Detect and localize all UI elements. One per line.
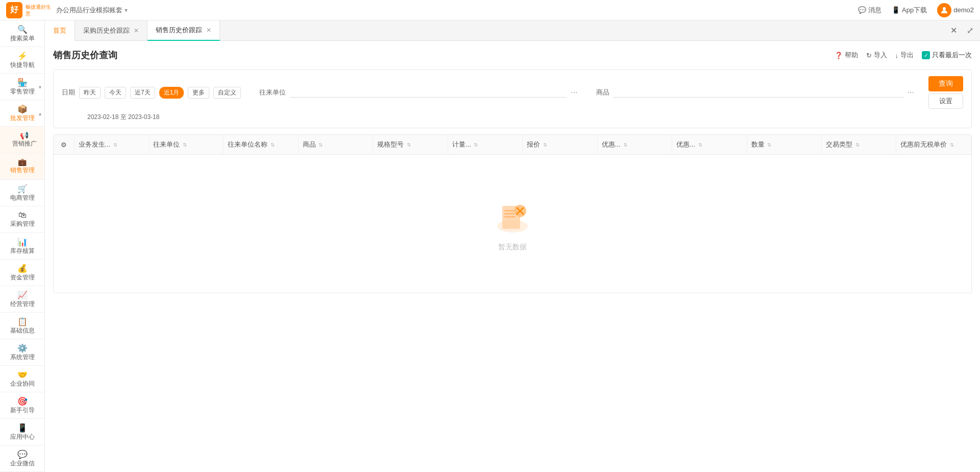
message-label: 消息 (868, 6, 881, 15)
partner-filter-group: 往来单位 ··· (259, 87, 577, 98)
sidebar-item-operations-mgmt[interactable]: 📈 经营管理 (0, 286, 44, 313)
partner-filter-input[interactable] (290, 87, 567, 98)
close-purchase-history-tab[interactable]: ✕ (134, 28, 139, 34)
message-icon: 💬 (858, 6, 866, 14)
sidebar-item-search-menu[interactable]: 🔍 搜索菜单 (0, 20, 44, 47)
page-header: 销售历史价查询 ❓ 帮助 ↻ 导入 ↓ 导出 ✓ (53, 49, 972, 61)
empty-state-text: 暂无数据 (498, 243, 527, 252)
table-col-unit[interactable]: 计量... ⇅ (448, 135, 522, 155)
date-btn-7days[interactable]: 近7天 (130, 87, 155, 99)
col-label-partner-code: 往来单位 (153, 140, 180, 148)
chevron-down-icon[interactable]: ▾ (125, 7, 128, 14)
download-label: App下载 (902, 6, 927, 15)
system-icon: ⚙️ (17, 343, 28, 353)
sidebar-item-basic-info[interactable]: 📋 基础信息 (0, 313, 44, 339)
table-col-spec[interactable]: 规格型号 ⇅ (373, 135, 448, 155)
sort-arrows-partner-code: ⇅ (183, 142, 187, 148)
sidebar-item-retail-mgmt[interactable]: 🏪 零售管理 (0, 74, 44, 100)
import-button[interactable]: ↻ 导入 (866, 51, 887, 60)
sort-arrows-quantity: ⇅ (767, 142, 771, 148)
query-button[interactable]: 查询 (928, 76, 963, 91)
table-col-settings[interactable]: ⚙ (54, 135, 74, 155)
sidebar-label-sales-mgmt: 销售管理 (10, 166, 35, 175)
sidebar-label-enterprise-collab: 企业协同 (10, 380, 35, 388)
import-icon: ↻ (866, 52, 872, 59)
marketing-icon: 📢 (20, 131, 29, 139)
sidebar-item-sales-mgmt[interactable]: 💼 销售管理 (0, 153, 44, 180)
only-last-checkbox[interactable]: ✓ 只看最后一次 (922, 51, 972, 60)
user-menu[interactable]: demo2 (937, 3, 974, 17)
sidebar-item-app-center[interactable]: 📱 应用中心 (0, 419, 44, 445)
table-col-pre-tax-price[interactable]: 优惠前无税单价 ⇅ (896, 135, 971, 155)
date-btn-custom[interactable]: 自定义 (213, 87, 241, 99)
settings-button[interactable]: 设置 (928, 93, 963, 109)
maximize-button[interactable]: ⤢ (964, 25, 976, 37)
sidebar-label-quick-nav: 快捷导航 (10, 61, 35, 69)
app-title-text: 办公用品行业模拟账套 (56, 6, 122, 15)
sidebar-label-search-menu: 搜索菜单 (10, 34, 35, 43)
quick-nav-icon: ⚡ (17, 51, 28, 61)
home-tab-label: 首页 (53, 26, 66, 35)
product-filter-dots[interactable]: ··· (908, 88, 914, 97)
sidebar-item-enterprise-collab[interactable]: 🤝 企业协同 (0, 366, 44, 392)
page-title: 销售历史价查询 (53, 49, 117, 61)
partner-filter-label: 往来单位 (259, 88, 286, 97)
sidebar-item-wholesale-mgmt[interactable]: 📦 批发管理 (0, 100, 44, 127)
sidebar-item-marketing[interactable]: 📢 营销推广 (0, 127, 44, 153)
sidebar-item-system-mgmt[interactable]: ⚙️ 系统管理 (0, 339, 44, 366)
sidebar-item-new-guide[interactable]: 🎯 新手引导 (0, 392, 44, 419)
table-col-partner-code[interactable]: 往来单位 ⇅ (149, 135, 223, 155)
product-filter-input[interactable] (614, 87, 903, 98)
sidebar-label-ecommerce-mgmt: 电商管理 (10, 194, 35, 202)
basic-info-icon: 📋 (17, 317, 28, 326)
tabs-right-actions: ✕ ⤢ (947, 25, 980, 37)
sort-arrows-trade-type: ⇅ (855, 142, 860, 148)
date-btn-today[interactable]: 今天 (105, 87, 126, 99)
data-table: ⚙ 业务发生... ⇅ 往来单位 ⇅ 往来单位名称 (54, 135, 971, 155)
table-col-discount1[interactable]: 优惠... ⇅ (597, 135, 672, 155)
sidebar-item-purchase-mgmt[interactable]: 🛍 采购管理 (0, 206, 44, 233)
sales-icon: 💼 (18, 158, 27, 166)
col-label-biz-date: 业务发生... (79, 140, 111, 148)
export-button[interactable]: ↓ 导出 (895, 51, 914, 60)
logo-text: 畅捷通好生意 (26, 4, 51, 17)
col-label-pre-tax-price: 优惠前无税单价 (900, 140, 947, 148)
sidebar-item-inventory-calc[interactable]: 📊 库存核算 (0, 233, 44, 259)
table-col-trade-type[interactable]: 交易类型 ⇅ (822, 135, 896, 155)
import-label: 导入 (874, 51, 887, 60)
svg-point-0 (943, 7, 946, 10)
close-sales-history-tab[interactable]: ✕ (206, 27, 211, 33)
sidebar-item-quick-nav[interactable]: ⚡ 快捷导航 (0, 47, 44, 74)
sidebar-item-ecommerce-mgmt[interactable]: 🛒 电商管理 (0, 180, 44, 206)
sidebar-label-enterprise-wechat: 企业微信 (10, 459, 35, 468)
sidebar-label-purchase-mgmt: 采购管理 (10, 220, 35, 228)
message-button[interactable]: 💬 消息 (858, 6, 881, 15)
date-btn-yesterday[interactable]: 昨天 (79, 87, 101, 99)
help-button[interactable]: ❓ 帮助 (835, 51, 858, 60)
main-layout: 🔍 搜索菜单 ⚡ 快捷导航 🏪 零售管理 📦 批发管理 📢 营销推广 💼 销售管… (0, 20, 980, 472)
table-col-biz-date[interactable]: 业务发生... ⇅ (74, 135, 149, 155)
empty-state: 暂无数据 (54, 155, 971, 293)
finance-icon: 💰 (17, 264, 28, 273)
sidebar-item-finance-mgmt[interactable]: 💰 资金管理 (0, 259, 44, 286)
sort-arrows-partner-name: ⇅ (271, 142, 275, 148)
guide-icon: 🎯 (17, 396, 28, 406)
partner-filter-dots[interactable]: ··· (571, 88, 577, 97)
close-all-tabs-button[interactable]: ✕ (947, 25, 960, 37)
date-btn-1month[interactable]: 近1月 (159, 87, 184, 99)
app-download-button[interactable]: 📱 App下载 (892, 6, 927, 15)
tab-purchase-history[interactable]: 采购历史价跟踪 ✕ (75, 20, 148, 41)
table-col-quantity[interactable]: 数量 ⇅ (747, 135, 821, 155)
col-label-quantity: 数量 (751, 140, 765, 148)
tab-home[interactable]: 首页 (45, 20, 75, 41)
table-col-product[interactable]: 商品 ⇅ (298, 135, 373, 155)
table-col-discount2[interactable]: 优惠... ⇅ (672, 135, 747, 155)
date-btn-more[interactable]: 更多 (188, 87, 209, 99)
sidebar-item-enterprise-wechat[interactable]: 💬 企业微信 (0, 445, 44, 472)
wholesale-icon: 📦 (17, 104, 28, 114)
table-col-quoted-price[interactable]: 报价 ⇅ (523, 135, 597, 155)
table-col-partner-name[interactable]: 往来单位名称 ⇅ (224, 135, 298, 155)
filter-row-2: 2023-02-18 至 2023-03-18 (62, 113, 963, 122)
settings-icon[interactable]: ⚙ (61, 141, 67, 149)
tab-sales-history[interactable]: 销售历史价跟踪 ✕ (148, 20, 220, 41)
